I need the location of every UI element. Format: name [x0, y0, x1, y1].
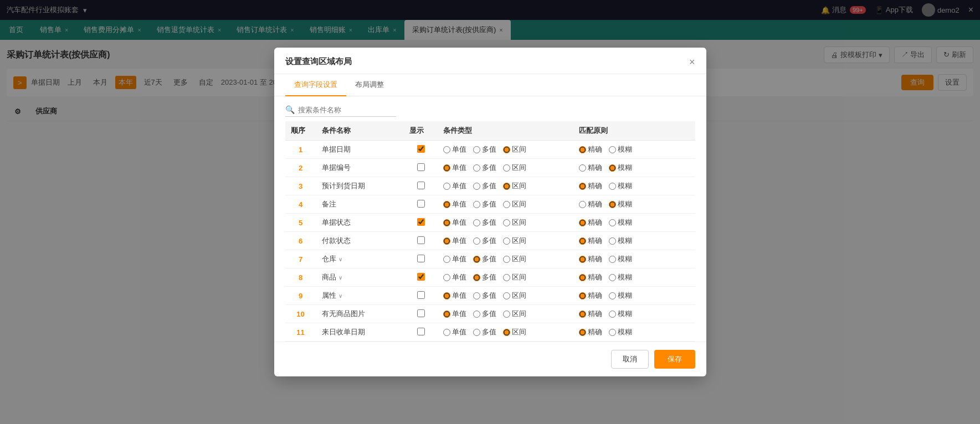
type-range-radio[interactable]: [503, 292, 510, 299]
type-multi-option[interactable]: 多值: [473, 309, 496, 319]
type-single-option[interactable]: 单值: [443, 163, 466, 173]
match-fuzzy-option[interactable]: 模糊: [609, 144, 632, 154]
search-input[interactable]: [298, 106, 387, 114]
type-multi-option[interactable]: 多值: [473, 236, 496, 246]
type-range-option[interactable]: 区间: [503, 199, 526, 209]
match-fuzzy-radio[interactable]: [609, 237, 616, 245]
type-multi-radio[interactable]: [473, 311, 480, 318]
type-multi-option[interactable]: 多值: [473, 218, 496, 227]
match-fuzzy-radio[interactable]: [609, 164, 616, 172]
type-range-radio[interactable]: [503, 256, 510, 263]
match-exact-option[interactable]: 精确: [579, 291, 602, 301]
match-fuzzy-option[interactable]: 模糊: [609, 254, 632, 264]
type-single-radio[interactable]: [443, 256, 450, 263]
type-range-option[interactable]: 区间: [503, 218, 526, 227]
show-checkbox[interactable]: [417, 273, 425, 281]
match-fuzzy-radio[interactable]: [609, 183, 616, 190]
type-range-radio[interactable]: [503, 183, 510, 190]
show-checkbox[interactable]: [417, 236, 425, 244]
type-range-radio[interactable]: [503, 329, 510, 336]
type-range-option[interactable]: 区间: [503, 163, 526, 173]
dialog-close-button[interactable]: ×: [689, 57, 695, 67]
type-range-option[interactable]: 区间: [503, 291, 526, 301]
show-checkbox[interactable]: [417, 291, 425, 299]
type-multi-radio[interactable]: [473, 201, 480, 208]
type-multi-radio[interactable]: [473, 237, 480, 245]
match-fuzzy-radio[interactable]: [609, 274, 616, 281]
type-multi-option[interactable]: 多值: [473, 291, 496, 301]
type-range-radio[interactable]: [503, 164, 510, 172]
type-range-radio[interactable]: [503, 311, 510, 318]
match-exact-radio[interactable]: [579, 274, 586, 281]
type-single-radio[interactable]: [443, 329, 450, 336]
type-multi-radio[interactable]: [473, 274, 480, 281]
match-fuzzy-radio[interactable]: [609, 146, 616, 153]
type-multi-radio[interactable]: [473, 164, 480, 172]
type-range-option[interactable]: 区间: [503, 327, 526, 337]
match-fuzzy-option[interactable]: 模糊: [609, 199, 632, 209]
show-checkbox-wrap[interactable]: [417, 329, 425, 337]
match-fuzzy-option[interactable]: 模糊: [609, 272, 632, 282]
match-fuzzy-radio[interactable]: [609, 256, 616, 263]
type-multi-radio[interactable]: [473, 146, 480, 153]
match-exact-option[interactable]: 精确: [579, 163, 602, 173]
type-multi-option[interactable]: 多值: [473, 199, 496, 209]
match-exact-radio[interactable]: [579, 201, 586, 208]
match-fuzzy-radio[interactable]: [609, 329, 616, 336]
type-multi-radio[interactable]: [473, 292, 480, 299]
show-checkbox[interactable]: [417, 200, 425, 208]
type-single-option[interactable]: 单值: [443, 199, 466, 209]
type-multi-option[interactable]: 多值: [473, 254, 496, 264]
type-range-option[interactable]: 区间: [503, 144, 526, 154]
match-fuzzy-radio[interactable]: [609, 311, 616, 318]
match-exact-option[interactable]: 精确: [579, 218, 602, 227]
type-multi-option[interactable]: 多值: [473, 327, 496, 337]
show-checkbox[interactable]: [417, 145, 425, 153]
show-checkbox-wrap[interactable]: [417, 274, 425, 282]
match-exact-radio[interactable]: [579, 219, 586, 226]
type-single-option[interactable]: 单值: [443, 181, 466, 191]
type-multi-radio[interactable]: [473, 219, 480, 226]
type-range-option[interactable]: 区间: [503, 254, 526, 264]
tab-layout-adjust[interactable]: 布局调整: [346, 74, 393, 96]
match-fuzzy-option[interactable]: 模糊: [609, 291, 632, 301]
type-multi-option[interactable]: 多值: [473, 181, 496, 191]
show-checkbox-wrap[interactable]: [417, 146, 425, 154]
match-exact-radio[interactable]: [579, 237, 586, 245]
save-button[interactable]: 保存: [654, 350, 695, 369]
match-exact-radio[interactable]: [579, 183, 586, 190]
match-exact-radio[interactable]: [579, 146, 586, 153]
type-range-radio[interactable]: [503, 237, 510, 245]
show-checkbox-wrap[interactable]: [417, 183, 425, 191]
match-exact-option[interactable]: 精确: [579, 181, 602, 191]
type-range-radio[interactable]: [503, 274, 510, 281]
type-multi-radio[interactable]: [473, 329, 480, 336]
type-range-radio[interactable]: [503, 201, 510, 208]
type-range-option[interactable]: 区间: [503, 309, 526, 319]
type-single-radio[interactable]: [443, 292, 450, 299]
match-fuzzy-option[interactable]: 模糊: [609, 218, 632, 227]
type-single-option[interactable]: 单值: [443, 309, 466, 319]
type-multi-radio[interactable]: [473, 256, 480, 263]
match-fuzzy-radio[interactable]: [609, 201, 616, 208]
show-checkbox-wrap[interactable]: [417, 292, 425, 301]
show-checkbox-wrap[interactable]: [417, 201, 425, 209]
type-range-option[interactable]: 区间: [503, 272, 526, 282]
show-checkbox[interactable]: [417, 255, 425, 262]
match-fuzzy-option[interactable]: 模糊: [609, 236, 632, 246]
match-fuzzy-option[interactable]: 模糊: [609, 163, 632, 173]
match-exact-option[interactable]: 精确: [579, 236, 602, 246]
type-single-option[interactable]: 单值: [443, 327, 466, 337]
match-fuzzy-radio[interactable]: [609, 292, 616, 299]
type-range-radio[interactable]: [503, 146, 510, 153]
match-exact-option[interactable]: 精确: [579, 199, 602, 209]
show-checkbox[interactable]: [417, 328, 425, 335]
type-multi-option[interactable]: 多值: [473, 163, 496, 173]
type-multi-option[interactable]: 多值: [473, 144, 496, 154]
type-single-option[interactable]: 单值: [443, 291, 466, 301]
match-exact-option[interactable]: 精确: [579, 272, 602, 282]
show-checkbox-wrap[interactable]: [417, 311, 425, 319]
cancel-button[interactable]: 取消: [611, 350, 649, 369]
type-single-radio[interactable]: [443, 164, 450, 172]
type-range-option[interactable]: 区间: [503, 236, 526, 246]
